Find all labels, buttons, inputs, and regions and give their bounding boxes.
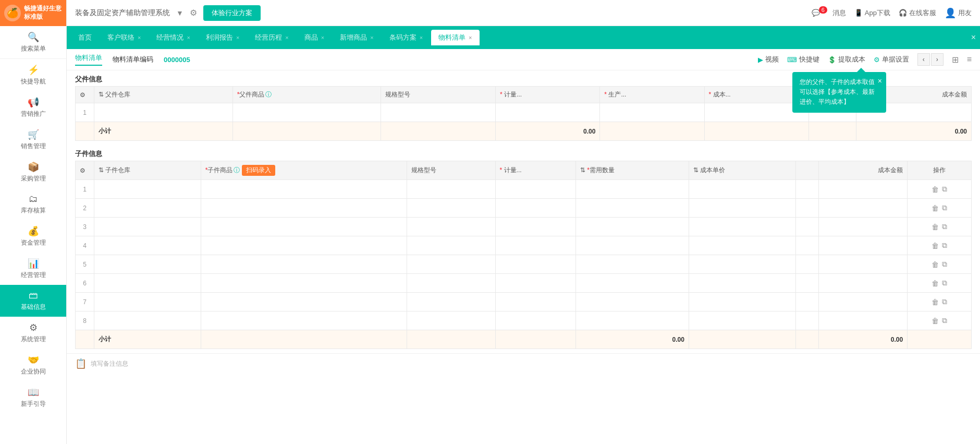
tab-history-close[interactable]: ×	[285, 34, 288, 41]
child-unit-cell-2[interactable]	[495, 199, 575, 218]
child-delete-icon-6[interactable]: 🗑	[932, 279, 939, 287]
child-req-qty-cell-3[interactable]	[575, 218, 689, 236]
sidebar-item-guide[interactable]: 📖 新手引导	[0, 381, 66, 414]
child-spec-cell-7[interactable]	[407, 293, 495, 311]
child-req-qty-cell-6[interactable]	[575, 274, 689, 293]
tab-goods[interactable]: 商品 ×	[297, 30, 332, 45]
child-goods-cell-2[interactable]	[201, 199, 407, 218]
parent-spec-cell-1[interactable]	[381, 103, 496, 122]
child-goods-cell-6[interactable]	[201, 274, 407, 293]
sidebar-item-marketing[interactable]: 📢 营销推广	[0, 91, 66, 124]
app-download-item[interactable]: 📱 App下载	[854, 8, 890, 18]
child-warehouse-sort[interactable]: ⇅	[99, 166, 104, 174]
child-goods-cell-3[interactable]	[201, 218, 407, 236]
parent-goods-cell-1[interactable]	[232, 103, 381, 122]
tab-new-goods-close[interactable]: ×	[370, 34, 373, 41]
child-cost-price-cell-4[interactable]	[689, 236, 795, 255]
topbar-dropdown-icon[interactable]: ▼	[176, 9, 183, 17]
tab-operation-close[interactable]: ×	[187, 34, 190, 41]
child-cost-price-cell-1[interactable]	[689, 180, 795, 199]
child-delete-icon-4[interactable]: 🗑	[932, 242, 939, 250]
scan-input-btn[interactable]: 扫码录入	[242, 165, 275, 176]
parent-col-setting[interactable]: ⚙	[76, 87, 94, 103]
child-cost-price-cell-7[interactable]	[689, 293, 795, 311]
child-copy-icon-8[interactable]: ⧉	[942, 316, 947, 325]
child-warehouse-cell-5[interactable]	[94, 255, 201, 274]
child-spec-cell-4[interactable]	[407, 236, 495, 255]
child-spec-cell-3[interactable]	[407, 218, 495, 236]
child-goods-cell-7[interactable]	[201, 293, 407, 311]
child-unit-cell-1[interactable]	[495, 180, 575, 199]
child-warehouse-cell-4[interactable]	[94, 236, 201, 255]
sidebar-item-sales[interactable]: 🛒 销售管理	[0, 124, 66, 156]
tab-new-goods[interactable]: 新增商品 ×	[333, 30, 381, 45]
child-copy-icon-3[interactable]: ⧉	[942, 222, 947, 231]
child-goods-cell-1[interactable]	[201, 180, 407, 199]
user-item[interactable]: 👤 用友	[945, 7, 972, 19]
close-all-tabs-icon[interactable]: ×	[971, 33, 976, 42]
single-setting-btn[interactable]: ⚙ 单据设置	[874, 55, 909, 64]
child-copy-icon-1[interactable]: ⧉	[942, 185, 947, 194]
child-spec-cell-6[interactable]	[407, 274, 495, 293]
child-warehouse-cell-7[interactable]	[94, 293, 201, 311]
child-cost-price-cell-2[interactable]	[689, 199, 795, 218]
list-view-icon[interactable]: ≡	[967, 55, 972, 64]
child-copy-icon-6[interactable]: ⧉	[942, 279, 947, 287]
tab-bom-close[interactable]: ×	[469, 34, 472, 41]
child-req-qty-cell-5[interactable]	[575, 255, 689, 274]
child-copy-icon-4[interactable]: ⧉	[942, 241, 947, 250]
tab-home[interactable]: 首页	[71, 30, 99, 45]
child-spec-cell-8[interactable]	[407, 311, 495, 330]
child-delete-icon-3[interactable]: 🗑	[932, 223, 939, 231]
tab-barcode[interactable]: 条码方案 ×	[382, 30, 430, 45]
child-copy-icon-5[interactable]: ⧉	[942, 260, 947, 269]
child-req-qty-cell-1[interactable]	[575, 180, 689, 199]
child-req-qty-cell-2[interactable]	[575, 199, 689, 218]
child-spec-cell-2[interactable]	[407, 199, 495, 218]
child-cost-price-cell-3[interactable]	[689, 218, 795, 236]
sidebar-item-search[interactable]: 🔍 搜索菜单	[0, 26, 66, 59]
child-req-qty-cell-8[interactable]	[575, 311, 689, 330]
child-cost-price-cell-8[interactable]	[689, 311, 795, 330]
child-delete-icon-7[interactable]: 🗑	[932, 298, 939, 306]
online-service-item[interactable]: 🎧 在线客服	[899, 8, 936, 18]
child-goods-help-icon[interactable]: ⓘ	[234, 166, 240, 174]
child-cost-price-cell-6[interactable]	[689, 274, 795, 293]
tab-customer-close[interactable]: ×	[138, 34, 141, 41]
child-unit-cell-3[interactable]	[495, 218, 575, 236]
sidebar-item-enterprise[interactable]: 🤝 企业协同	[0, 349, 66, 381]
grid-view-icon[interactable]: ⊞	[952, 55, 959, 65]
tab-profit[interactable]: 利润报告 ×	[199, 30, 247, 45]
req-sort[interactable]: ⇅	[580, 166, 585, 174]
parent-goods-help-icon[interactable]: ⓘ	[265, 91, 272, 98]
parent-unit-cell-1[interactable]	[496, 103, 600, 122]
child-unit-cell-4[interactable]	[495, 236, 575, 255]
tooltip-close-btn[interactable]: ×	[878, 75, 882, 87]
sidebar-item-basic-info[interactable]: 🗃 基础信息	[0, 285, 66, 317]
sidebar-item-system[interactable]: ⚙ 系统管理	[0, 317, 66, 349]
prev-record-btn[interactable]: ‹	[917, 53, 930, 66]
child-delete-icon-8[interactable]: 🗑	[932, 317, 939, 325]
child-unit-cell-7[interactable]	[495, 293, 575, 311]
child-delete-icon-5[interactable]: 🗑	[932, 260, 939, 269]
cost-sort[interactable]: ⇅	[693, 166, 699, 174]
parent-sort-icon[interactable]: ⇅	[99, 91, 104, 98]
child-goods-cell-4[interactable]	[201, 236, 407, 255]
parent-production-cell-1[interactable]	[600, 103, 704, 122]
sidebar-item-quick-nav[interactable]: ⚡ 快捷导航	[0, 59, 66, 91]
tab-bom[interactable]: 物料清单 ×	[431, 30, 479, 45]
child-unit-cell-6[interactable]	[495, 274, 575, 293]
child-col-setting[interactable]: ⚙	[76, 161, 94, 180]
trial-btn[interactable]: 体验行业方案	[203, 5, 261, 21]
tab-customer[interactable]: 客户联络 ×	[100, 30, 148, 45]
child-warehouse-cell-2[interactable]	[94, 199, 201, 218]
sidebar-item-purchase[interactable]: 📦 采购管理	[0, 156, 66, 188]
child-copy-icon-7[interactable]: ⧉	[942, 297, 947, 306]
topbar-gear-icon[interactable]: ⚙	[190, 8, 197, 18]
child-unit-cell-5[interactable]	[495, 255, 575, 274]
child-req-qty-cell-7[interactable]	[575, 293, 689, 311]
tab-history[interactable]: 经营历程 ×	[248, 30, 296, 45]
message-item[interactable]: 💬 6 消息	[812, 8, 846, 18]
sub-header-bom-list[interactable]: 物料清单	[75, 53, 102, 66]
child-unit-cell-8[interactable]	[495, 311, 575, 330]
